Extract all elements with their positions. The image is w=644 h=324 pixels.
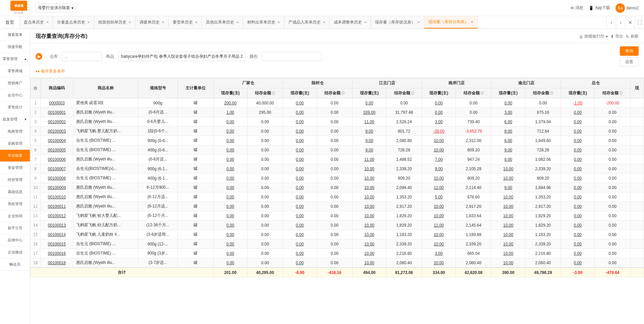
tab-yaohuo[interactable]: 要货单历史 ✕ [169, 16, 202, 29]
tab-diaobodanlishi[interactable]: 调拨单历史 ✕ [136, 16, 169, 29]
nanan-qty[interactable]: 10.00 [422, 211, 456, 221]
tab-close-icon[interactable]: ✕ [323, 20, 325, 24]
tab-cailiaochuku[interactable]: 材料出库单历史 ✕ [243, 16, 284, 29]
tab-fenpandianlishi[interactable]: 分量盘点单历史 ✕ [53, 16, 94, 29]
product-code[interactable]: 00100011 [41, 202, 73, 211]
jiangbei-qty[interactable]: 10.00 [353, 230, 386, 239]
lucun-qty[interactable]: 0.00 [283, 249, 317, 258]
yubei-qty[interactable]: 3.00 [491, 108, 525, 117]
user-profile[interactable]: Ea demo2 [615, 3, 639, 13]
yubei-qty[interactable]: 10.00 [491, 230, 525, 239]
jiangbei-qty[interactable]: 10.00 [353, 211, 386, 221]
lucun-qty[interactable]: 0.00 [283, 127, 317, 136]
total-qty[interactable]: 0.00 [561, 117, 595, 127]
expand-arrow-button[interactable]: ▶ [36, 53, 42, 60]
factory-qty[interactable]: 0.00 [213, 249, 247, 258]
factory-qty[interactable]: 0.00 [213, 174, 247, 183]
tab-close-icon[interactable]: ✕ [417, 20, 420, 24]
nanan-qty[interactable]: 3.00 [422, 249, 456, 258]
yubei-qty[interactable]: 8.00 [491, 127, 525, 136]
product-code[interactable]: 00100013 [41, 221, 73, 230]
lucun-qty[interactable]: 0.00 [283, 155, 317, 164]
jiangbei-qty[interactable]: 10.00 [353, 183, 386, 192]
tab-close-icon[interactable]: ✕ [364, 20, 367, 24]
jiangbei-qty[interactable]: 10.00 [353, 221, 386, 230]
yubei-qty[interactable]: 10.00 [491, 221, 525, 230]
sidebar-item-enterprise[interactable]: 企业协同 [0, 210, 30, 222]
lucun-qty[interactable]: 0.00 [283, 258, 317, 268]
total-qty[interactable]: 0.00 [561, 127, 595, 136]
tab-maximize-button[interactable]: ⛶ [635, 16, 644, 29]
gear-icon[interactable]: ⚙ [33, 86, 38, 91]
factory-qty[interactable]: 0.00 [213, 239, 247, 249]
nanan-qty[interactable]: 10.00 [422, 145, 456, 155]
factory-qty[interactable]: 1.00 [213, 108, 247, 117]
nanan-qty[interactable]: 7.00 [422, 155, 456, 164]
nanan-qty[interactable]: 5.00 [422, 192, 456, 202]
tab-chenbenT[interactable]: 成本调整单历史 ✕ [330, 16, 371, 29]
factory-qty[interactable]: 0.00 [213, 117, 247, 127]
tab-xiancunliang-status[interactable]: 现存量（库存状况表） ✕ [371, 16, 424, 29]
sidebar-item-apps[interactable]: 应用中心 [0, 234, 30, 246]
total-qty[interactable]: 0.00 [561, 202, 595, 211]
total-qty[interactable]: 0.00 [561, 221, 595, 230]
jiangbei-qty[interactable]: 10.00 [353, 258, 386, 268]
sidebar-item-system[interactable]: 系统管理 [0, 198, 30, 210]
lucun-qty[interactable]: 0.00 [283, 108, 317, 117]
yubei-qty[interactable]: 0.00 [491, 98, 525, 108]
sidebar-item-member[interactable]: 会员中心 [0, 89, 30, 101]
nanan-qty[interactable]: -39.00 [422, 127, 456, 136]
product-code[interactable]: 00100015 [41, 239, 73, 249]
product-code[interactable]: 00100003 [41, 127, 73, 136]
lucun-qty[interactable]: 0.00 [283, 145, 317, 155]
factory-qty[interactable]: 0.00 [213, 155, 247, 164]
tab-home[interactable]: 首页 [0, 16, 20, 29]
lucun-qty[interactable]: 0.00 [283, 174, 317, 183]
sidebar-item-purchase[interactable]: 采购管理 [0, 138, 30, 150]
tab-close-icon[interactable]: ✕ [195, 20, 198, 24]
product-code[interactable]: 00100014 [41, 230, 73, 239]
total-qty[interactable]: -1.00 [561, 98, 595, 108]
yubei-qty[interactable]: 10.00 [491, 211, 525, 221]
industry-selector[interactable]: 母婴行业演示陈套 ▾ [35, 3, 76, 12]
product-code[interactable]: 00100010 [41, 192, 73, 202]
nanan-qty[interactable]: 0.00 [422, 98, 456, 108]
export-button[interactable]: ⬆ 导出 [610, 34, 623, 39]
tab-next-button[interactable]: › [616, 16, 625, 29]
yubei-qty[interactable]: 9.00 [491, 145, 525, 155]
lucun-qty[interactable]: 0.00 [283, 183, 317, 192]
sidebar-item-guide[interactable]: 新手引导 [0, 222, 30, 234]
factory-qty[interactable]: 0.00 [213, 258, 247, 268]
total-qty[interactable]: 0.00 [561, 155, 595, 164]
total-qty[interactable]: 0.00 [561, 239, 595, 249]
lucun-qty[interactable]: 0.00 [283, 211, 317, 221]
lucun-qty[interactable]: 0.00 [283, 239, 317, 249]
product-code[interactable]: 0000003 [41, 98, 73, 108]
tab-close-icon[interactable]: ✕ [87, 20, 90, 24]
tab-close-icon[interactable]: ✕ [236, 20, 239, 24]
factory-qty[interactable]: 0.00 [213, 230, 247, 239]
lucun-qty[interactable]: 0.00 [283, 117, 317, 127]
yubei-qty[interactable]: 10.00 [491, 249, 525, 258]
yubei-qty[interactable]: 10.00 [491, 239, 525, 249]
settings-button[interactable]: 设置 [620, 57, 639, 66]
sidebar-item-retail-mall[interactable]: 零售商城 [0, 65, 30, 77]
tab-close-icon[interactable]: ✕ [128, 20, 131, 24]
jiangbei-qty[interactable]: 0.00 [353, 98, 386, 108]
goods-input[interactable] [118, 52, 246, 61]
factory-qty[interactable]: 0.00 [213, 145, 247, 155]
sidebar-item-retail-stats[interactable]: 零售统计 [0, 101, 30, 113]
lucun-qty[interactable]: 0.00 [283, 136, 317, 145]
yubei-qty[interactable]: 10.00 [491, 202, 525, 211]
warehouse-input[interactable] [62, 52, 102, 61]
jiangbei-qty[interactable]: 11.00 [353, 117, 386, 127]
jiangbei-qty[interactable]: 10.00 [353, 164, 386, 174]
nanan-qty[interactable]: 10.00 [422, 136, 456, 145]
total-qty[interactable]: 0.00 [561, 183, 595, 192]
nanan-qty[interactable]: 10.00 [422, 239, 456, 249]
total-qty[interactable]: 0.00 [561, 249, 595, 258]
tab-xiancunliang-dist[interactable]: 现存量（库存分布表） ✕ [424, 16, 478, 29]
sidebar-item-inventory[interactable]: 库存核算 [0, 150, 30, 162]
factory-qty[interactable]: 0.00 [213, 221, 247, 230]
yubei-qty[interactable]: 6.00 [491, 117, 525, 127]
